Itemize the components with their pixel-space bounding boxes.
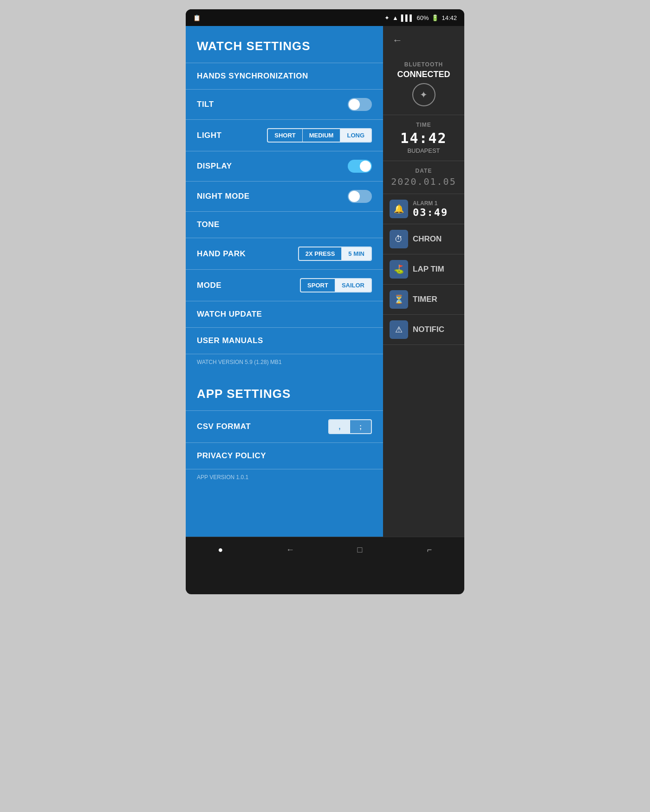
status-bar: 📋 ✦ ▲ ▌▌▌ 60% 🔋 14:42 bbox=[186, 9, 464, 26]
setting-row-privacy-policy[interactable]: PRIVACY POLICY bbox=[186, 442, 383, 469]
setting-row-hand-park: HAND PARK 2X PRESS 5 MIN bbox=[186, 238, 383, 269]
back-arrow-icon[interactable]: ← bbox=[392, 34, 403, 46]
light-long[interactable]: LONG bbox=[340, 129, 371, 142]
tilt-label: TILT bbox=[197, 100, 214, 109]
night-mode-toggle[interactable] bbox=[348, 190, 372, 203]
laptime-icon-wrap: ⛳ bbox=[390, 260, 408, 279]
timer-label: TIMER bbox=[413, 295, 437, 304]
mode-sport[interactable]: SPORT bbox=[301, 279, 335, 292]
alarm-icon-wrap: 🔔 bbox=[390, 200, 408, 218]
bluetooth-icon-wrap: ✦ bbox=[412, 83, 436, 106]
setting-row-light: LIGHT SHORT MEDIUM LONG bbox=[186, 119, 383, 151]
bluetooth-status-icon: ✦ bbox=[384, 14, 390, 21]
setting-row-tilt[interactable]: TILT bbox=[186, 89, 383, 119]
signal-bars: ▌▌▌ bbox=[401, 14, 414, 21]
tilt-toggle[interactable] bbox=[348, 98, 372, 111]
chrono-label: CHRON bbox=[413, 234, 442, 244]
nav-row-timer[interactable]: ⏳ TIMER bbox=[383, 285, 464, 315]
phone-frame: 📋 ✦ ▲ ▌▌▌ 60% 🔋 14:42 WATCH SETTINGS HAN… bbox=[186, 9, 464, 594]
setting-row-night-mode[interactable]: NIGHT MODE bbox=[186, 181, 383, 211]
light-short[interactable]: SHORT bbox=[268, 129, 303, 142]
bottom-nav-square[interactable]: □ bbox=[348, 541, 371, 559]
hands-sync-label: HANDS SYNCHRONIZATION bbox=[197, 71, 308, 81]
clock: 14:42 bbox=[442, 14, 457, 21]
light-label: LIGHT bbox=[197, 131, 222, 140]
setting-row-csv-format: CSV FORMAT , ; bbox=[186, 410, 383, 442]
mode-sailor[interactable]: SAILOR bbox=[335, 279, 371, 292]
timer-icon-wrap: ⏳ bbox=[390, 290, 408, 309]
alarm-time: 03:49 bbox=[413, 207, 458, 218]
tone-label: TONE bbox=[197, 220, 220, 229]
date-value: 2020.01.05 bbox=[390, 176, 457, 187]
main-content: WATCH SETTINGS HANDS SYNCHRONIZATION TIL… bbox=[186, 26, 464, 537]
night-mode-toggle-knob bbox=[349, 191, 360, 202]
bottom-nav-back[interactable]: ← bbox=[279, 541, 302, 559]
nav-row-chrono[interactable]: ⏱ CHRON bbox=[383, 224, 464, 254]
privacy-policy-label: PRIVACY POLICY bbox=[197, 451, 266, 461]
left-panel: WATCH SETTINGS HANDS SYNCHRONIZATION TIL… bbox=[186, 26, 383, 537]
laptime-icon: ⛳ bbox=[394, 264, 404, 274]
date-label: DATE bbox=[390, 168, 457, 174]
alarm-info: ALARM 1 03:49 bbox=[413, 200, 458, 218]
hand-park-label: HAND PARK bbox=[197, 249, 246, 259]
bluetooth-icon: ✦ bbox=[420, 89, 428, 100]
nav-row-laptime[interactable]: ⛳ LAP TIM bbox=[383, 254, 464, 285]
setting-row-tone[interactable]: TONE bbox=[186, 211, 383, 238]
notific-icon: ⚠ bbox=[395, 325, 403, 335]
time-label: TIME bbox=[390, 122, 457, 128]
display-label: DISPLAY bbox=[197, 162, 232, 171]
alarm-label: ALARM 1 bbox=[413, 200, 458, 207]
nav-row-notific[interactable]: ⚠ NOTIFIC bbox=[383, 315, 464, 345]
notific-label: NOTIFIC bbox=[413, 325, 444, 334]
bottom-nav-dot[interactable]: ● bbox=[209, 541, 232, 559]
laptime-label: LAP TIM bbox=[413, 265, 444, 274]
time-section: TIME 14:42 BUDAPEST bbox=[383, 115, 464, 161]
display-toggle[interactable] bbox=[348, 160, 372, 173]
watch-settings-title: WATCH SETTINGS bbox=[186, 26, 383, 63]
bottom-nav: ● ← □ ⌐ bbox=[186, 537, 464, 563]
alarm-row[interactable]: 🔔 ALARM 1 03:49 bbox=[383, 194, 464, 224]
setting-row-display[interactable]: DISPLAY bbox=[186, 151, 383, 181]
bottom-nav-corner[interactable]: ⌐ bbox=[418, 541, 441, 559]
chrono-icon-wrap: ⏱ bbox=[390, 230, 408, 248]
watch-update-label: WATCH UPDATE bbox=[197, 310, 262, 319]
bluetooth-status: CONNECTED bbox=[390, 70, 457, 79]
alarm-bell-icon: 🔔 bbox=[394, 204, 404, 214]
status-bar-right: ✦ ▲ ▌▌▌ 60% 🔋 14:42 bbox=[384, 14, 457, 21]
light-segmented[interactable]: SHORT MEDIUM LONG bbox=[267, 128, 372, 143]
chrono-icon: ⏱ bbox=[395, 234, 403, 244]
mode-segmented[interactable]: SPORT SAILOR bbox=[300, 278, 372, 292]
date-section: DATE 2020.01.05 bbox=[383, 161, 464, 194]
back-button[interactable]: ← bbox=[383, 26, 464, 55]
app-settings-title: APP SETTINGS bbox=[186, 374, 383, 410]
light-medium[interactable]: MEDIUM bbox=[303, 129, 341, 142]
csv-semicolon[interactable]: ; bbox=[350, 420, 371, 433]
setting-row-hands-sync[interactable]: HANDS SYNCHRONIZATION bbox=[186, 63, 383, 89]
watch-version: WATCH VERSION 5.9 (1.28) MB1 bbox=[186, 354, 383, 374]
display-toggle-knob bbox=[360, 161, 371, 172]
setting-row-watch-update[interactable]: WATCH UPDATE bbox=[186, 301, 383, 327]
notification-icon: 📋 bbox=[193, 14, 201, 21]
bluetooth-label: BLUETOOTH bbox=[390, 61, 457, 68]
csv-segmented[interactable]: , ; bbox=[328, 419, 372, 434]
battery-level: 60% bbox=[416, 14, 429, 21]
timer-icon: ⏳ bbox=[394, 294, 404, 305]
status-bar-left: 📋 bbox=[193, 14, 201, 21]
mode-label: MODE bbox=[197, 281, 221, 290]
setting-row-user-manuals[interactable]: USER MANUALS bbox=[186, 327, 383, 354]
notific-icon-wrap: ⚠ bbox=[390, 320, 408, 339]
right-panel: ← BLUETOOTH CONNECTED ✦ TIME 14:42 BUDAP… bbox=[383, 26, 464, 537]
time-value: 14:42 bbox=[390, 130, 457, 146]
wifi-icon: ▲ bbox=[392, 14, 398, 21]
tilt-toggle-knob bbox=[349, 99, 360, 110]
user-manuals-label: USER MANUALS bbox=[197, 336, 263, 345]
hand-park-5min[interactable]: 5 MIN bbox=[342, 247, 371, 260]
night-mode-label: NIGHT MODE bbox=[197, 192, 250, 201]
csv-comma[interactable]: , bbox=[329, 420, 350, 433]
hand-park-2xpress[interactable]: 2X PRESS bbox=[299, 247, 342, 260]
setting-row-mode: MODE SPORT SAILOR bbox=[186, 269, 383, 301]
hand-park-segmented[interactable]: 2X PRESS 5 MIN bbox=[298, 247, 372, 261]
time-city: BUDAPEST bbox=[390, 147, 457, 154]
battery-icon: 🔋 bbox=[431, 14, 439, 21]
csv-format-label: CSV FORMAT bbox=[197, 422, 251, 431]
